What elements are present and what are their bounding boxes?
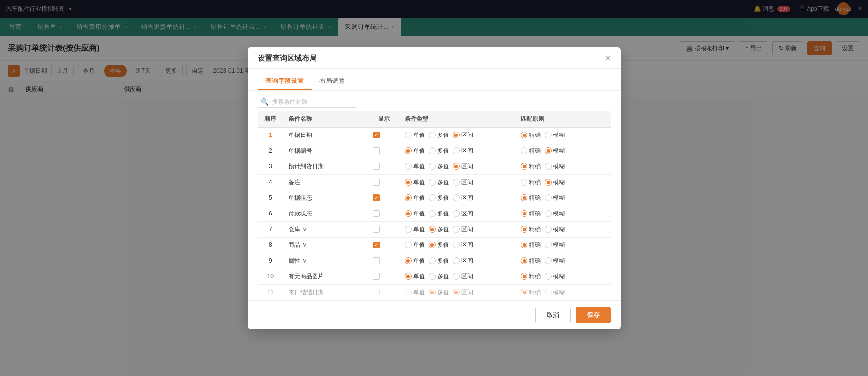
row-type: 单值多值区间	[400, 284, 516, 300]
main-area: 采购订单统计表(按供应商) 🖨️ 按模板打印 ▾ ↑ 导出 ↻ 刷新 查询 设置…	[0, 36, 868, 376]
col-type-header: 条件类型	[400, 111, 516, 128]
save-button[interactable]: 保存	[576, 307, 611, 323]
checkbox[interactable]	[373, 179, 380, 186]
row-show-checkbox[interactable]	[368, 190, 399, 206]
radio-type-single[interactable]: 单值	[405, 241, 425, 249]
radio-type-range[interactable]: 区间	[453, 225, 473, 234]
radio-match-fuzzy[interactable]: 模糊	[545, 241, 565, 249]
radio-circle	[429, 210, 436, 217]
radio-type-single[interactable]: 单值	[405, 257, 425, 265]
radio-circle	[405, 257, 412, 264]
radio-circle	[429, 163, 436, 170]
radio-type-multi[interactable]: 多值	[429, 147, 449, 155]
radio-match-exact[interactable]: 精确	[521, 162, 541, 171]
row-show-checkbox[interactable]	[368, 221, 399, 237]
radio-match-fuzzy[interactable]: 模糊	[545, 225, 565, 234]
row-name: 属性 ∨	[284, 253, 368, 269]
checkbox[interactable]	[373, 257, 380, 264]
dialog-tab-layout[interactable]: 布局调整	[312, 74, 353, 90]
search-icon: 🔍	[261, 98, 269, 106]
checkbox[interactable]	[373, 163, 380, 170]
radio-match-exact[interactable]: 精确	[521, 225, 541, 234]
checkbox[interactable]	[373, 132, 380, 138]
radio-match-exact[interactable]: 精确	[521, 210, 541, 218]
row-show-checkbox[interactable]	[368, 174, 399, 190]
row-show-checkbox[interactable]	[368, 269, 399, 284]
radio-match-exact[interactable]: 精确	[521, 194, 541, 202]
radio-type-single[interactable]: 单值	[405, 162, 425, 171]
row-show-checkbox[interactable]	[368, 284, 399, 300]
row-show-checkbox[interactable]	[368, 253, 399, 269]
radio-type-multi[interactable]: 多值	[429, 241, 449, 249]
radio-type-multi[interactable]: 多值	[429, 225, 449, 234]
row-name: 单据日期	[284, 127, 368, 143]
row-show-checkbox[interactable]	[368, 206, 399, 221]
radio-type-range[interactable]: 区间	[453, 162, 473, 171]
radio-type-single[interactable]: 单值	[405, 210, 425, 218]
radio-type-single[interactable]: 单值	[405, 225, 425, 234]
checkbox[interactable]	[373, 226, 380, 233]
radio-circle	[405, 179, 412, 186]
radio-type-single[interactable]: 单值	[405, 147, 425, 155]
radio-type-range[interactable]: 区间	[453, 272, 473, 281]
radio-match-fuzzy[interactable]: 模糊	[545, 288, 565, 296]
radio-type-single[interactable]: 单值	[405, 272, 425, 281]
search-input[interactable]	[272, 98, 350, 105]
row-show-checkbox[interactable]	[368, 159, 399, 174]
row-show-checkbox[interactable]	[368, 143, 399, 159]
radio-type-range[interactable]: 区间	[453, 178, 473, 187]
radio-match-fuzzy[interactable]: 模糊	[545, 272, 565, 281]
radio-type-single[interactable]: 单值	[405, 288, 425, 296]
radio-match-fuzzy[interactable]: 模糊	[545, 131, 565, 139]
radio-circle	[521, 226, 527, 233]
radio-type-range[interactable]: 区间	[453, 257, 473, 265]
row-show-checkbox[interactable]	[368, 127, 399, 143]
radio-type-single[interactable]: 单值	[405, 194, 425, 202]
checkbox[interactable]	[373, 147, 380, 154]
radio-type-range[interactable]: 区间	[453, 147, 473, 155]
radio-match-fuzzy[interactable]: 模糊	[545, 194, 565, 202]
radio-match-fuzzy[interactable]: 模糊	[545, 162, 565, 171]
dialog-tab-query[interactable]: 查询字段设置	[258, 74, 312, 90]
row-order: 2	[258, 143, 284, 159]
radio-type-range[interactable]: 区间	[453, 131, 473, 139]
checkbox[interactable]	[373, 289, 380, 295]
radio-type-multi[interactable]: 多值	[429, 178, 449, 187]
radio-type-multi[interactable]: 多值	[429, 131, 449, 139]
radio-type-multi[interactable]: 多值	[429, 162, 449, 171]
radio-match-exact[interactable]: 精确	[521, 288, 541, 296]
radio-match-exact[interactable]: 精确	[521, 147, 541, 155]
radio-match-fuzzy[interactable]: 模糊	[545, 210, 565, 218]
radio-match-fuzzy[interactable]: 模糊	[545, 257, 565, 265]
checkbox[interactable]	[373, 210, 380, 217]
radio-circle	[405, 132, 412, 138]
row-match: 精确模糊	[516, 253, 610, 269]
radio-type-multi[interactable]: 多值	[429, 288, 449, 296]
radio-circle	[545, 273, 552, 280]
radio-match-exact[interactable]: 精确	[521, 178, 541, 187]
radio-match-exact[interactable]: 精确	[521, 241, 541, 249]
checkbox[interactable]	[373, 242, 380, 248]
dialog-close-button[interactable]: ×	[605, 54, 611, 63]
radio-match-exact[interactable]: 精确	[521, 131, 541, 139]
radio-type-range[interactable]: 区间	[453, 288, 473, 296]
checkbox[interactable]	[373, 273, 380, 280]
radio-type-range[interactable]: 区间	[453, 194, 473, 202]
radio-match-fuzzy[interactable]: 模糊	[545, 178, 565, 187]
radio-circle	[453, 163, 460, 170]
radio-match-exact[interactable]: 精确	[521, 272, 541, 281]
radio-type-multi[interactable]: 多值	[429, 272, 449, 281]
radio-type-single[interactable]: 单值	[405, 178, 425, 187]
radio-match-fuzzy[interactable]: 模糊	[545, 147, 565, 155]
radio-type-range[interactable]: 区间	[453, 241, 473, 249]
radio-type-multi[interactable]: 多值	[429, 194, 449, 202]
row-show-checkbox[interactable]	[368, 237, 399, 253]
radio-type-single[interactable]: 单值	[405, 131, 425, 139]
radio-type-range[interactable]: 区间	[453, 210, 473, 218]
radio-match-exact[interactable]: 精确	[521, 257, 541, 265]
table-row: 6付款状态单值多值区间精确模糊	[258, 206, 611, 221]
radio-type-multi[interactable]: 多值	[429, 210, 449, 218]
checkbox[interactable]	[373, 194, 380, 201]
cancel-button[interactable]: 取消	[535, 307, 571, 323]
radio-type-multi[interactable]: 多值	[429, 257, 449, 265]
